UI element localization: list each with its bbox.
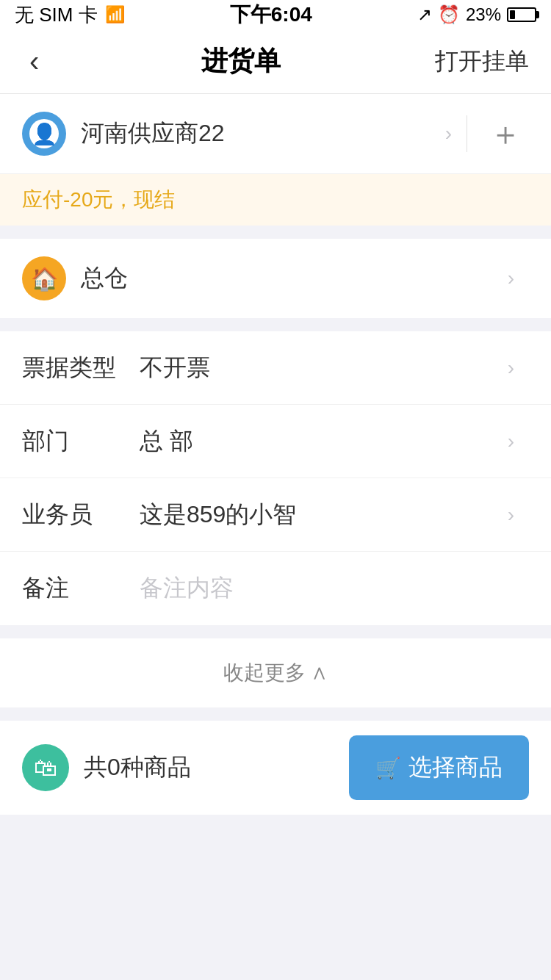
- back-button[interactable]: ‹: [22, 37, 46, 85]
- battery-icon: [507, 7, 536, 22]
- department-label: 部门: [22, 425, 140, 458]
- direction-icon: ↗: [417, 4, 432, 25]
- nav-bar: ‹ 进货单 打开挂单: [0, 29, 551, 94]
- warehouse-chevron-icon: ›: [508, 267, 514, 290]
- add-button[interactable]: ＋: [482, 112, 529, 156]
- notice-text: 应付-20元，现结: [22, 188, 175, 211]
- footer: 🛍 共0种商品 🛒 选择商品: [0, 721, 551, 815]
- status-bar: 无 SIM 卡 📶 下午6:04 ↗ ⏰ 23%: [0, 0, 551, 29]
- avatar-inner: 👤: [29, 119, 59, 148]
- warehouse-icon-wrap: 🏠: [22, 256, 66, 300]
- salesperson-label: 业务员: [22, 499, 140, 531]
- sim-label: 无 SIM 卡: [15, 2, 98, 28]
- warehouse-section[interactable]: 🏠 总仓 ›: [0, 239, 551, 318]
- battery-percent: 23%: [466, 4, 501, 25]
- supplier-section: 👤 河南供应商22 › ＋ 应付-20元，现结: [0, 94, 551, 226]
- warehouse-name: 总仓: [81, 262, 508, 295]
- open-pending-button[interactable]: 打开挂单: [435, 46, 529, 78]
- warehouse-icon: 🏠: [31, 266, 58, 292]
- select-icon: 🛒: [375, 756, 401, 780]
- product-icon: 🛍: [34, 754, 57, 782]
- person-icon: 👤: [32, 122, 57, 146]
- supplier-name: 河南供应商22: [81, 118, 445, 150]
- department-row[interactable]: 部门 总 部 ›: [0, 405, 551, 478]
- salesperson-value: 这是859的小智: [140, 499, 508, 531]
- supplier-avatar: 👤: [22, 112, 66, 156]
- status-left: 无 SIM 卡 📶: [15, 2, 125, 28]
- invoice-type-value: 不开票: [140, 352, 508, 384]
- status-right: ↗ ⏰ 23%: [417, 4, 536, 25]
- invoice-type-row[interactable]: 票据类型 不开票 ›: [0, 331, 551, 405]
- select-btn-label: 选择商品: [408, 752, 503, 784]
- department-chevron-icon: ›: [508, 430, 514, 453]
- remark-label: 备注: [22, 572, 140, 605]
- remark-placeholder: 备注内容: [140, 572, 529, 605]
- page-title: 进货单: [201, 43, 281, 79]
- content: 👤 河南供应商22 › ＋ 应付-20元，现结 🏠 总仓 › 票据类型 不开票 …: [0, 94, 551, 815]
- product-icon-wrap: 🛍: [22, 744, 69, 791]
- divider: [467, 115, 467, 152]
- department-value: 总 部: [140, 425, 508, 458]
- invoice-type-label: 票据类型: [22, 352, 140, 384]
- product-count: 共0种商品: [84, 752, 349, 784]
- alarm-icon: ⏰: [438, 4, 460, 25]
- remark-row[interactable]: 备注 备注内容: [0, 552, 551, 625]
- salesperson-row[interactable]: 业务员 这是859的小智 ›: [0, 478, 551, 552]
- salesperson-chevron-icon: ›: [508, 503, 514, 527]
- select-product-button[interactable]: 🛒 选择商品: [349, 735, 529, 800]
- form-section: 票据类型 不开票 › 部门 总 部 › 业务员 这是859的小智 › 备注 备注…: [0, 331, 551, 625]
- supplier-chevron-icon: ›: [445, 122, 452, 145]
- collapse-label: 收起更多 ∧: [223, 659, 328, 687]
- status-time: 下午6:04: [230, 1, 312, 29]
- notice-row: 应付-20元，现结: [0, 174, 551, 226]
- supplier-row[interactable]: 👤 河南供应商22 › ＋: [0, 94, 551, 174]
- collapse-row[interactable]: 收起更多 ∧: [0, 638, 551, 707]
- wifi-icon: 📶: [105, 5, 125, 24]
- invoice-type-chevron-icon: ›: [508, 356, 514, 380]
